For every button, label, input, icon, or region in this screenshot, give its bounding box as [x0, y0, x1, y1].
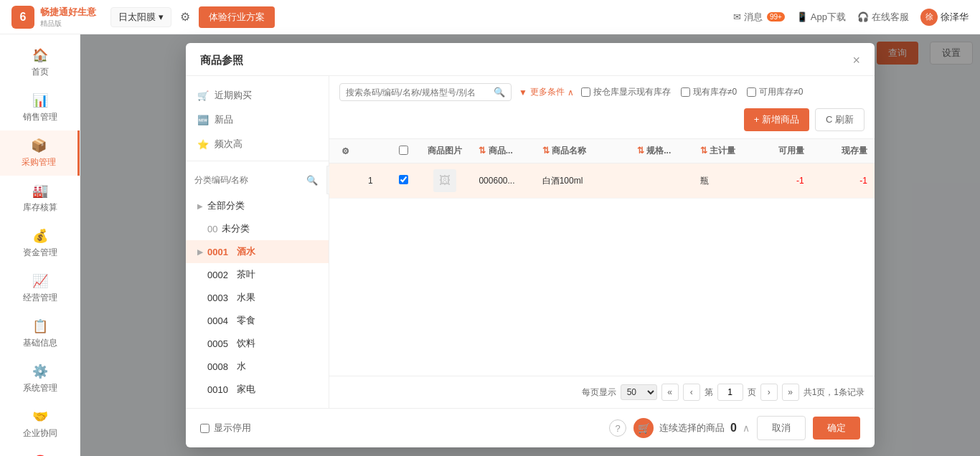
category-search-input[interactable] [194, 175, 302, 185]
category-0003[interactable]: 0003 水果 [186, 286, 329, 309]
col-spec-header[interactable]: ⇅ 规格... [630, 139, 693, 163]
row-num-cell: 1 [361, 163, 390, 199]
page-input[interactable] [717, 384, 743, 401]
stock-checkbox[interactable] [681, 87, 690, 97]
sidebar-item-label: 库存核算 [23, 201, 57, 214]
category-all[interactable]: ▶ 全部分类 [186, 194, 329, 217]
col-name-header[interactable]: ⇅ 商品名称 [535, 139, 630, 163]
table-header-row: ⚙ 商品图片 ⇅ 商品... [329, 139, 875, 163]
filter-button[interactable]: ▼ 更多条件 ∧ [519, 86, 574, 98]
sidebar-item-guide[interactable]: 🎯 新手引导 [0, 447, 80, 456]
messages-badge: 99+ [767, 12, 785, 22]
help-button[interactable]: ? [609, 419, 626, 437]
category-full: 0008 [207, 361, 228, 372]
row-img-cell: 🖼 [418, 163, 471, 199]
col-code-sort-icon: ⇅ [479, 146, 486, 156]
col-code-header[interactable]: ⇅ 商品... [471, 139, 534, 163]
warehouse-checkbox-label[interactable]: 按仓库显示现有库存 [581, 86, 671, 98]
row-available-cell: -1 [748, 163, 811, 199]
toolbar-right: + 新增商品 C 刷新 [744, 108, 864, 131]
cart-icon: 🛒 [633, 418, 654, 438]
new-products-item[interactable]: 🆕 新品 [186, 108, 329, 132]
gear-icon[interactable]: ⚙ [180, 10, 190, 24]
available-checkbox-text: 可用库存≠0 [759, 86, 803, 98]
sidebar-item-enterprise[interactable]: 🤝 企业协同 [0, 402, 80, 447]
modal-body: 🛒 近期购买 🆕 新品 ⭐ 频次高 [186, 76, 875, 408]
sales-icon: 📊 [32, 92, 48, 108]
category-0004[interactable]: 0004 零食 [186, 309, 329, 332]
col-unit-header[interactable]: ⇅ 主计量 [693, 139, 748, 163]
sidebar-item-label: 基础信息 [23, 337, 57, 349]
col-settings-header[interactable]: ⚙ [329, 139, 361, 163]
category-full: 0010 [207, 384, 228, 395]
first-page-button[interactable]: « [661, 384, 679, 401]
product-reference-modal: 商品参照 × 🛒 近期购买 🆕 新品 [186, 43, 875, 447]
search-icon[interactable]: 🔍 [494, 87, 505, 98]
sidebar-item-label: 经营管理 [23, 292, 57, 304]
stock-checkbox-text: 现有库存≠0 [693, 86, 737, 98]
recent-purchase-item[interactable]: 🛒 近期购买 [186, 83, 329, 108]
sidebar-item-system[interactable]: ⚙️ 系统管理 [0, 356, 80, 402]
filter-label: 更多条件 [530, 86, 565, 98]
finance-icon: 💰 [32, 228, 48, 244]
user-menu[interactable]: 徐 徐泽华 [920, 9, 969, 26]
category-label: 未分类 [222, 222, 250, 235]
collapse-cart-button[interactable]: ∧ [743, 422, 750, 434]
enterprise-icon: 🤝 [32, 409, 48, 424]
sidebar-item-label: 销售管理 [23, 111, 57, 123]
nav-selector[interactable]: 日太阳膜 ▾ [110, 7, 171, 27]
total-info: 共1页，1条记录 [804, 386, 864, 399]
category-search-icon[interactable]: 🔍 [306, 175, 318, 186]
sidebar-item-purchase[interactable]: 📦 采购管理 [0, 130, 80, 176]
available-checkbox[interactable] [747, 87, 756, 97]
stock-checkbox-label[interactable]: 现有库存≠0 [681, 86, 737, 98]
category-0002[interactable]: 0002 茶叶 [186, 263, 329, 286]
show-disabled-checkbox[interactable] [200, 424, 209, 433]
available-checkbox-label[interactable]: 可用库存≠0 [747, 86, 803, 98]
sidebar-item-inventory[interactable]: 🏭 库存核算 [0, 176, 80, 221]
category-0010[interactable]: 0010 家电 [186, 378, 329, 401]
category-0001[interactable]: ▶ 0001 酒水 [186, 240, 329, 263]
trial-button[interactable]: 体验行业方案 [199, 6, 275, 28]
online-service-button[interactable]: 🎧 在线客服 [857, 11, 909, 24]
home-icon: 🏠 [32, 47, 48, 63]
add-product-button[interactable]: + 新增商品 [744, 108, 809, 131]
search-input[interactable] [346, 87, 489, 98]
select-all-checkbox[interactable] [399, 146, 408, 155]
high-frequency-item[interactable]: ⭐ 频次高 [186, 132, 329, 156]
sidebar-item-home[interactable]: 🏠 首页 [0, 40, 80, 85]
logo-icon: 6 [11, 6, 34, 29]
category-label: 家电 [237, 383, 255, 396]
new-products-label: 新品 [215, 113, 233, 126]
table-row[interactable]: 1 🖼 [329, 163, 875, 199]
per-page-select[interactable]: 50 100 200 [621, 384, 657, 400]
last-page-button[interactable]: » [782, 384, 799, 401]
search-box: 🔍 [339, 83, 512, 101]
confirm-button[interactable]: 确定 [813, 417, 860, 440]
messages-button[interactable]: ✉ 消息 99+ [733, 11, 785, 24]
category-00[interactable]: 00 未分类 [186, 217, 329, 240]
refresh-button[interactable]: C 刷新 [815, 108, 864, 131]
modal-close-button[interactable]: × [852, 53, 860, 68]
warehouse-checkbox[interactable] [581, 87, 590, 97]
category-0008[interactable]: 0008 水 [186, 355, 329, 378]
sidebar-item-basics[interactable]: 📋 基础信息 [0, 311, 80, 356]
col-img-header: 商品图片 [418, 139, 471, 163]
sidebar-item-finance[interactable]: 💰 资金管理 [0, 221, 80, 266]
col-checkbox-header[interactable] [390, 139, 418, 163]
footer-right: ? 🛒 连续选择的商品 0 ∧ 取消 确定 [609, 416, 860, 440]
row-checkbox[interactable] [399, 175, 408, 184]
next-page-button[interactable]: › [760, 384, 778, 401]
sidebar-item-sales[interactable]: 📊 销售管理 [0, 85, 80, 130]
sidebar-item-operations[interactable]: 📈 经营管理 [0, 266, 80, 311]
app-download-label: App下载 [811, 11, 846, 24]
row-checkbox-cell[interactable] [390, 163, 418, 199]
prev-page-button[interactable]: ‹ [683, 384, 700, 401]
app-download-button[interactable]: 📱 App下载 [796, 11, 846, 24]
category-code: 00 [207, 224, 217, 234]
category-label: 零食 [237, 314, 255, 327]
category-0005[interactable]: 0005 饮料 [186, 332, 329, 355]
category-label: 饮料 [237, 337, 255, 350]
cancel-button[interactable]: 取消 [757, 416, 806, 440]
divider [186, 161, 329, 161]
